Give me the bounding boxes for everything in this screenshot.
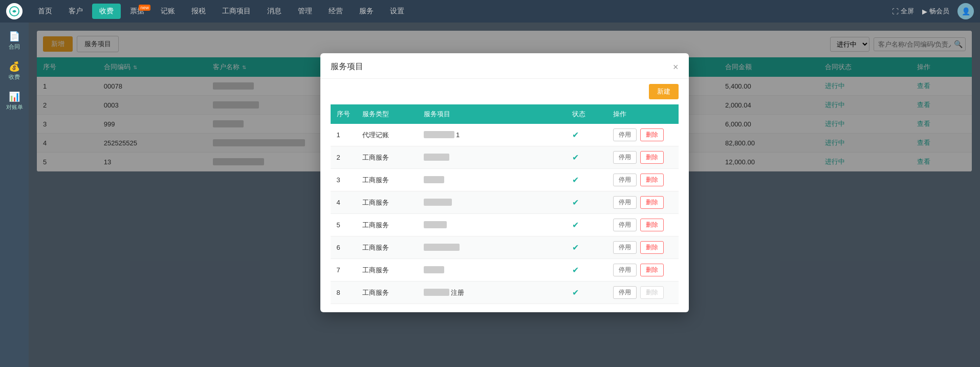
modal-table-row: 5 工商服务 ✔ 停用 删除	[331, 214, 679, 236]
member-button[interactable]: ▶ 畅会员	[922, 7, 949, 16]
nav-invoice[interactable]: 票据 new	[123, 4, 151, 19]
modal-col-item: 服务项目	[418, 104, 566, 124]
nav-biz-project[interactable]: 工商项目	[215, 4, 258, 19]
modal-header: 服务项目 ×	[320, 53, 689, 79]
statement-icon: 📊	[9, 91, 20, 102]
sidebar-item-statement[interactable]: 📊 对账单	[2, 87, 27, 115]
fullscreen-button[interactable]: ⛶ 全屏	[892, 7, 914, 16]
delete-button[interactable]: 删除	[640, 151, 664, 164]
modal-overlay: 服务项目 × 新建 序号 服务类型 服务项目	[29, 23, 980, 367]
modal-close-button[interactable]: ×	[673, 62, 679, 72]
modal-toolbar: 新建	[320, 79, 689, 104]
stop-button[interactable]: 停用	[613, 241, 637, 254]
nav-operation[interactable]: 经营	[321, 4, 350, 19]
modal-table-row: 8 工商服务 注册 ✔ 停用 删除	[331, 282, 679, 304]
modal-col-status: 状态	[566, 104, 607, 124]
contract-icon: 📄	[9, 31, 20, 42]
modal-table-row: 4 工商服务 ✔ 停用 删除	[331, 191, 679, 214]
nav-tax[interactable]: 报税	[184, 4, 213, 19]
modal-table-row: 3 工商服务 ✔ 停用 删除	[331, 169, 679, 191]
stop-button[interactable]: 停用	[613, 151, 637, 164]
nav-right-actions: ⛶ 全屏 ▶ 畅会员 👤	[892, 3, 974, 19]
nav-accounting[interactable]: 记账	[154, 4, 182, 19]
top-navigation: 首页 客户 收费 票据 new 记账 报税 工商项目 消息 管理 经营 服务 设…	[0, 0, 980, 23]
nav-billing[interactable]: 收费	[92, 4, 121, 19]
modal-title: 服务项目	[331, 61, 363, 72]
fullscreen-icon: ⛶	[892, 8, 899, 15]
new-badge: new	[139, 5, 150, 11]
nav-settings[interactable]: 设置	[383, 4, 411, 19]
nav-message[interactable]: 消息	[260, 4, 289, 19]
nav-customer[interactable]: 客户	[61, 4, 90, 19]
member-icon: ▶	[922, 8, 927, 15]
stop-button[interactable]: 停用	[613, 219, 637, 231]
delete-button[interactable]: 删除	[640, 241, 664, 254]
delete-button[interactable]: 删除	[640, 128, 664, 141]
modal-new-button[interactable]: 新建	[649, 84, 679, 99]
delete-button[interactable]: 删除	[640, 196, 664, 209]
delete-button[interactable]: 删除	[640, 219, 664, 231]
main-content: 新增 服务项目 进行中 全部 已完成 已取消 🔍	[29, 23, 980, 367]
service-items-table: 序号 服务类型 服务项目 状态 操作 1 代理记账	[331, 104, 679, 304]
delete-button[interactable]: 删除	[640, 174, 664, 186]
modal-col-seq: 序号	[331, 104, 356, 124]
delete-button-disabled: 删除	[640, 286, 664, 299]
stop-button[interactable]: 停用	[613, 174, 637, 186]
stop-button[interactable]: 停用	[613, 264, 637, 276]
delete-button[interactable]: 删除	[640, 264, 664, 276]
modal-col-action: 操作	[607, 104, 679, 124]
service-items-modal: 服务项目 × 新建 序号 服务类型 服务项目	[320, 53, 689, 312]
nav-menu: 首页 客户 收费 票据 new 记账 报税 工商项目 消息 管理 经营 服务 设…	[31, 4, 892, 19]
left-sidebar: 📄 合同 💰 收费 📊 对账单	[0, 23, 29, 367]
user-avatar[interactable]: 👤	[957, 3, 974, 19]
sidebar-item-contract[interactable]: 📄 合同	[2, 27, 27, 55]
modal-body: 序号 服务类型 服务项目 状态 操作 1 代理记账	[320, 104, 689, 312]
modal-table-row: 1 代理记账 1 ✔ 停用 删除	[331, 124, 679, 146]
billing-icon: 💰	[9, 61, 20, 72]
modal-col-type: 服务类型	[356, 104, 418, 124]
stop-button[interactable]: 停用	[613, 128, 637, 141]
nav-manage[interactable]: 管理	[291, 4, 319, 19]
stop-button[interactable]: 停用	[613, 196, 637, 209]
modal-table-row: 6 工商服务 ✔ 停用 删除	[331, 236, 679, 259]
modal-table-row: 7 工商服务 ✔ 停用 删除	[331, 259, 679, 282]
app-logo	[6, 3, 23, 19]
nav-home[interactable]: 首页	[31, 4, 59, 19]
sidebar-item-billing[interactable]: 💰 收费	[2, 57, 27, 85]
stop-button[interactable]: 停用	[613, 286, 637, 299]
modal-table-row: 2 工商服务 ✔ 停用 删除	[331, 146, 679, 169]
modal-table-wrap: 序号 服务类型 服务项目 状态 操作 1 代理记账	[331, 104, 679, 304]
nav-service[interactable]: 服务	[352, 4, 381, 19]
